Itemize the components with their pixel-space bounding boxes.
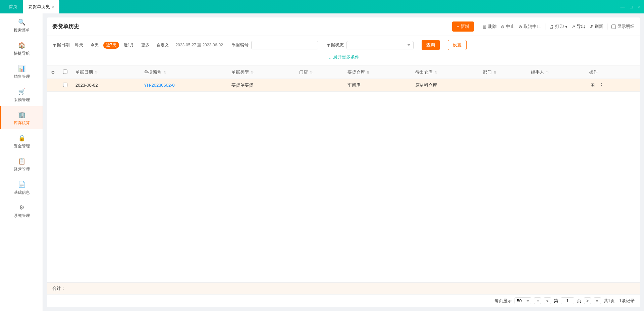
query-button[interactable]: 查询	[422, 40, 440, 50]
status-select[interactable]	[346, 41, 414, 49]
col-checkbox	[59, 66, 71, 79]
col-order-no[interactable]: 单据编号 ⇅	[140, 66, 227, 79]
stop-button[interactable]: ⊘ 中止	[501, 24, 515, 30]
order-no-filter: 单据编号	[231, 41, 318, 49]
settings-button[interactable]: 设置	[448, 40, 467, 50]
date-option-1month[interactable]: 近1月	[121, 42, 137, 49]
row-date: 2023-06-02	[71, 79, 140, 92]
window-maximize-icon[interactable]: □	[630, 4, 633, 9]
tab-requisition-history[interactable]: 要货单历史 ×	[23, 0, 59, 13]
page-size-select[interactable]: 10 20 50 100	[515, 297, 531, 304]
header-row: ⚙ 单据日期 ⇅ 单据编号 ⇅	[47, 66, 640, 79]
col-store[interactable]: 门店 ⇅	[295, 66, 343, 79]
data-table: ⚙ 单据日期 ⇅ 单据编号 ⇅	[47, 66, 640, 92]
page-card: 要货单历史 + 新增 🗑 删除 ⊘ 中止 ⊘ 取消中止	[47, 17, 640, 307]
row-checkbox-col	[59, 79, 71, 92]
col-handler[interactable]: 经手人 ⇅	[527, 66, 585, 79]
sidebar-item-sales-mgmt[interactable]: 📊 销售管理	[0, 60, 43, 83]
sidebar-item-system-mgmt-label: 系统管理	[14, 213, 30, 219]
date-option-custom[interactable]: 自定义	[154, 42, 171, 49]
row-req-warehouse: 车间库	[343, 79, 411, 92]
sidebar-item-system-mgmt[interactable]: ⚙ 系统管理	[0, 199, 43, 222]
page-size-label: 每页显示	[494, 298, 512, 304]
sidebar-item-sales-mgmt-label: 销售管理	[14, 74, 30, 80]
date-filter-label: 单据日期	[52, 42, 70, 48]
refresh-button[interactable]: ↺ 刷新	[589, 24, 603, 30]
sort-store-icon: ⇅	[310, 71, 313, 74]
search-menu-icon: 🔍	[18, 18, 26, 26]
display-detail-input[interactable]	[611, 25, 616, 29]
date-option-yesterday[interactable]: 昨天	[72, 42, 86, 49]
main-layout: 🔍 搜索菜单 🏠 快捷导航 📊 销售管理 🛒 采购管理 🏢 库存核算 🔒 资金管…	[0, 13, 644, 311]
pagination-bar: 每页显示 10 20 50 100 « < 第 页 > » 共1页，1条记录	[47, 294, 640, 307]
date-option-7days[interactable]: 近7天	[103, 42, 119, 49]
table-footer: 合计：	[47, 282, 640, 294]
row-order-no: YH-20230602-0	[140, 79, 227, 92]
row-edit-icon[interactable]: ⊞	[589, 82, 596, 89]
select-all-checkbox[interactable]	[63, 70, 67, 74]
col-order-type[interactable]: 单据类型 ⇅	[227, 66, 295, 79]
sidebar-item-basic-info[interactable]: 📄 基础信息	[0, 176, 43, 199]
top-bar: 首页 要货单历史 × — □ ×	[0, 0, 644, 13]
window-minimize-icon[interactable]: —	[621, 4, 625, 9]
cancel-stop-button[interactable]: ⊘ 取消中止	[519, 24, 541, 30]
first-page-button[interactable]: «	[534, 297, 541, 304]
page-label: 第	[554, 298, 558, 304]
sales-icon: 📊	[18, 64, 26, 73]
sort-department-icon: ⇅	[494, 71, 496, 74]
sidebar-item-inventory-label: 库存核算	[14, 120, 30, 126]
print-label: 打印	[555, 24, 564, 30]
filter-row-1: 单据日期 昨天 今天 近7天 近1月 更多 自定义 2023-05-27 至 2…	[52, 40, 635, 50]
prev-page-button[interactable]: <	[544, 297, 551, 304]
col-pending-warehouse[interactable]: 待出仓库 ⇅	[411, 66, 479, 79]
tab-home-label: 首页	[9, 4, 17, 10]
table-row[interactable]: 2023-06-02 YH-20230602-0 要货单要货 车间库 原材料仓库	[47, 79, 640, 92]
filter-area: 单据日期 昨天 今天 近7天 近1月 更多 自定义 2023-05-27 至 2…	[47, 36, 640, 66]
date-option-today[interactable]: 今天	[88, 42, 101, 49]
delete-icon: 🗑	[482, 24, 487, 29]
row-action: ⊞ ⋮	[585, 79, 640, 92]
window-close-icon[interactable]: ×	[638, 4, 641, 9]
sidebar-item-purchase-mgmt-label: 采购管理	[14, 97, 30, 103]
col-department[interactable]: 部门 ⇅	[479, 66, 527, 79]
row-more-icon[interactable]: ⋮	[597, 82, 605, 89]
total-label: 合计：	[52, 286, 65, 291]
new-button[interactable]: + 新增	[452, 21, 474, 32]
row-checkbox[interactable]	[63, 83, 67, 87]
display-detail-checkbox[interactable]: 显示明细	[611, 24, 635, 30]
tab-close-icon[interactable]: ×	[52, 5, 54, 9]
table-body: 2023-06-02 YH-20230602-0 要货单要货 车间库 原材料仓库	[47, 79, 640, 92]
last-page-button[interactable]: »	[594, 297, 601, 304]
quick-nav-icon: 🏠	[18, 41, 26, 49]
sidebar-item-quick-nav-label: 快捷导航	[14, 51, 30, 56]
page-suffix: 页	[577, 298, 581, 304]
sidebar-item-basic-info-label: 基础信息	[14, 190, 30, 195]
col-req-warehouse[interactable]: 要货仓库 ⇅	[343, 66, 411, 79]
expand-more-button[interactable]: ⌄ 展开更多条件	[52, 53, 635, 61]
sidebar-item-search-menu[interactable]: 🔍 搜索菜单	[0, 13, 43, 37]
sidebar-item-purchase-mgmt[interactable]: 🛒 采购管理	[0, 83, 43, 106]
delete-label: 删除	[488, 24, 497, 30]
print-button[interactable]: 🖨 打印 ▾	[549, 24, 568, 30]
sidebar-item-quick-nav[interactable]: 🏠 快捷导航	[0, 37, 43, 60]
page-number-input[interactable]	[561, 297, 574, 304]
col-date[interactable]: 单据日期 ⇅	[71, 66, 140, 79]
date-option-more[interactable]: 更多	[139, 42, 152, 49]
col-order-type-label: 单据类型	[231, 70, 249, 75]
system-icon: ⚙	[18, 204, 26, 212]
next-page-button[interactable]: >	[584, 297, 591, 304]
export-button[interactable]: ↗ 导出	[572, 24, 585, 30]
date-filter: 单据日期 昨天 今天 近7天 近1月 更多 自定义 2023-05-27 至 2…	[52, 42, 223, 49]
tab-home[interactable]: 首页	[3, 0, 23, 13]
sidebar-item-finance-mgmt[interactable]: 🔒 资金管理	[0, 129, 43, 152]
order-no-input[interactable]	[251, 41, 318, 49]
delete-button[interactable]: 🗑 删除	[482, 24, 497, 30]
sidebar-item-inventory[interactable]: 🏢 库存核算	[0, 106, 43, 129]
row-order-no-link[interactable]: YH-20230602-0	[144, 83, 175, 88]
status-label: 单据状态	[326, 42, 344, 48]
col-settings[interactable]: ⚙	[47, 66, 59, 79]
divider-3	[607, 24, 607, 30]
sidebar-item-operation-mgmt[interactable]: 📋 经营管理	[0, 152, 43, 176]
expand-chevron-icon: ⌄	[328, 55, 332, 60]
sort-pending-warehouse-icon: ⇅	[434, 71, 437, 74]
